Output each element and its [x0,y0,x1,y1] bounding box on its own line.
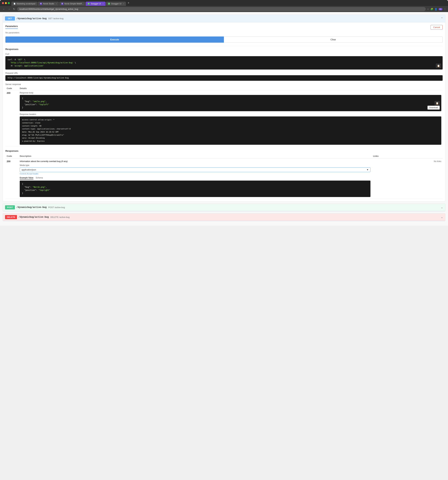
controls-hint: Controls Accept header. [20,173,370,175]
get-endpoint-summary: GET /active-bug [48,17,64,20]
cancel-button[interactable]: Cancel [431,25,443,30]
close-button[interactable] [2,2,4,4]
delete-chevron-icon: ⌄ [441,216,443,219]
parameters-title: Parameters [5,25,18,29]
get-method-badge: GET [5,16,15,21]
bookmark-icon[interactable]: ☆ [427,8,429,10]
browser-window: 📄 Marketing scratchpad - × N Norsk Studi… [0,0,448,226]
media-type-label: Media type [20,164,370,166]
response-headers-text: access-control-allow-origin: * connectio… [22,118,439,143]
tab-marketing[interactable]: 📄 Marketing scratchpad - × [11,2,37,6]
address-actions: ☆ 🧩 👤 41 ⋮ [427,8,446,10]
curl-code-block: curl -X 'GET' \ 'http://localhost:8000/l… [5,56,443,70]
tab-close-norsk-studio[interactable]: × [56,3,57,5]
tab-icon-norsk-studio: N [40,3,42,5]
tab-swagger-2[interactable]: S Swagger UI × [106,2,126,6]
tab-swagger-active[interactable]: S Swagger UI × [86,2,106,6]
get-endpoint-header[interactable]: GET /dynamicbug/active-bug GET /active-b… [3,15,445,22]
response-code-200: 200 [7,92,10,94]
back-button[interactable]: ← [2,7,6,11]
bottom-response-code: 200 [7,160,10,163]
delete-endpoint-header[interactable]: DELETE /dynamicbug/active-bug DELETE /ac… [3,213,445,221]
example-code-text: { "bug": "Norsk.png", "position": "topri… [22,183,368,195]
action-buttons: Execute Clear [5,36,443,43]
details-header: Details [18,86,443,90]
request-url-display: http://localhost:8000/live/api/dynamicbu… [5,75,443,81]
post-method-badge: POST [5,205,15,209]
fullscreen-button[interactable] [8,2,10,4]
new-tab-button[interactable]: + [126,1,131,6]
address-bar: ← → ↻ localhost:8000/live/docs/#/default… [0,6,448,12]
forward-button[interactable]: → [7,7,11,11]
media-type-value: application/json [22,169,36,171]
curl-section: Curl curl -X 'GET' \ 'http://localhost:8… [5,53,443,70]
response-copy-button[interactable]: 📋 [435,101,440,105]
parameters-section: Cancel Parameters No parameters [5,25,443,34]
tab-label-swagger-active: Swagger UI [91,3,101,5]
server-response-section: Server response Code Details [5,83,443,146]
tab-icon-swagger-2: S [108,3,110,5]
bottom-response-description: Information about the currently overlaid… [20,160,370,162]
delete-endpoint-path: /dynamicbug/active-bug [19,216,49,218]
example-value-tab[interactable]: Example Value [20,176,33,180]
curl-label: Curl [5,53,443,55]
response-body-label: Response body [20,92,441,94]
curl-copy-button[interactable]: 📋 [436,64,441,68]
tab-label-swagger-2: Swagger UI [111,3,121,5]
tab-close-swagger-active[interactable]: × [103,3,104,5]
tab-label-marketing: Marketing scratchpad - [17,3,36,5]
schema-tab[interactable]: Schema [36,176,43,180]
menu-icon[interactable]: ⋮ [444,8,446,10]
notification-badge: 41 [439,8,442,10]
tab-close-swagger-2[interactable]: × [123,3,124,5]
tab-norsk-webr[interactable]: N Norsk Simple WebR… × [59,2,85,6]
media-type-select[interactable]: application/json ▼ [20,167,370,172]
code-header: Code [5,86,18,90]
curl-code-text: curl -X 'GET' \ 'http://localhost:8000/l… [8,58,440,68]
minimize-button[interactable] [5,2,7,4]
download-button[interactable]: Download [427,106,440,110]
tab-norsk-studio[interactable]: N Norsk Studio × [38,2,59,6]
response-headers-block: access-control-allow-origin: * connectio… [20,116,441,145]
responses-section-title: Responses [5,46,443,50]
swagger-container: GET /dynamicbug/active-bug GET /active-b… [0,12,448,226]
example-value-tabs: Example Value Schema [20,176,370,180]
bottom-response-row: 200 Information about the currently over… [5,158,443,199]
delete-endpoint-block: DELETE /dynamicbug/active-bug DELETE /ac… [3,213,445,221]
post-endpoint-block: POST /dynamicbug/active-bug POST /active… [3,204,445,211]
response-row: 200 Response body { "bug": "smile.png", … [5,90,443,146]
post-endpoint-summary: POST /active-bug [48,206,65,209]
responses-section: Responses Curl curl -X 'GET' \ 'http://l… [5,46,443,199]
url-text: localhost:8000/live/docs/#/default/get_d… [19,8,78,10]
url-field[interactable]: localhost:8000/live/docs/#/default/get_d… [17,7,426,11]
request-url-section: Request URL http://localhost:8000/live/a… [5,72,443,81]
response-table: Code Details 200 [5,86,443,146]
reload-button[interactable]: ↻ [12,7,16,11]
tab-label-norsk-studio: Norsk Studio [43,3,54,5]
bottom-responses-section: Responses Code Description Links [5,149,443,199]
extensions-icon[interactable]: 🧩 [430,8,433,10]
response-body-block: { "bug": "smile.png", "position": "tople… [20,95,441,111]
tab-icon-marketing: 📄 [13,3,16,5]
account-icon[interactable]: 👤 [434,8,437,10]
post-endpoint-header[interactable]: POST /dynamicbug/active-bug POST /active… [3,204,445,211]
server-response-label: Server response [5,83,443,85]
get-chevron-icon: ⌃ [441,17,443,20]
post-endpoint-path: /dynamicbug/active-bug [16,206,47,209]
no-links-text: No links [434,160,441,162]
tab-bar: 📄 Marketing scratchpad - × N Norsk Studi… [0,0,448,6]
example-code-block: { "bug": "Norsk.png", "position": "topri… [20,181,370,197]
bottom-description-header: Description [18,154,372,158]
main-content: GET /dynamicbug/active-bug GET /active-b… [0,12,448,226]
bottom-responses-title: Responses [5,149,443,152]
post-chevron-icon: ⌄ [441,206,443,209]
delete-method-badge: DELETE [5,215,17,219]
tab-icon-norsk-webr: N [61,3,63,5]
get-endpoint-block: GET /dynamicbug/active-bug GET /active-b… [3,15,445,202]
execute-button[interactable]: Execute [5,36,224,43]
response-body-text: { "bug": "smile.png", "position": "tople… [22,97,439,109]
clear-button[interactable]: Clear [224,36,443,43]
bottom-links-header: Links [372,154,443,158]
response-headers-label: Response headers [20,113,441,115]
request-url-label: Request URL [5,72,443,74]
